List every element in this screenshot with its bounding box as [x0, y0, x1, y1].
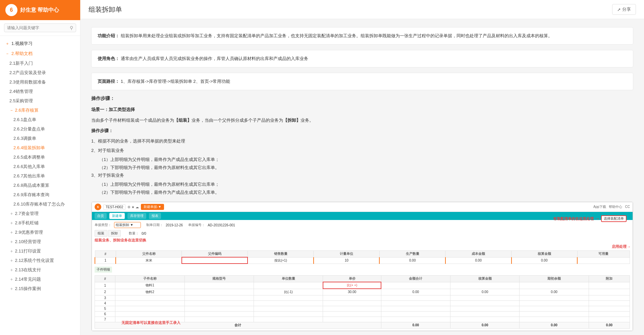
sidebar-item-2-6-6[interactable]: 2.6.6其他入库单: [0, 162, 80, 171]
screenshot-tab-home[interactable]: 自贡: [95, 213, 107, 219]
scenario-desc-text: 当由多个子件材料组装成一个成品的业务为【组装】业务，当由一个父件拆分成多个子产品…: [91, 118, 314, 123]
table-row: 4: [95, 300, 630, 306]
sidebar-item-2-5[interactable]: 2.5采购管理: [0, 96, 80, 106]
screenshot-sub-table-header: # 子件名称 规格型号 单位数量 单价 金额合计 核算金额 期初余额 附加: [95, 276, 630, 282]
table-row: 6: [95, 311, 630, 317]
sidebar-item-2-8[interactable]: ＋ 2.8手机旺铺: [0, 218, 80, 228]
annotation-3-container: 启用处理 ↑: [95, 244, 630, 249]
screenshot-filter-btn[interactable]: 选择装配清单: [601, 215, 627, 222]
sidebar-item-2-6-2[interactable]: 2.6.2分量盘点单: [0, 124, 80, 134]
col-parent-code: 父件编码: [182, 251, 248, 258]
sidebar-item-2-9[interactable]: ＋ 2.9优惠券管理: [0, 228, 80, 237]
col-no: #: [95, 251, 116, 258]
step1: 1、根据不同的业务，选择不同单据的类型来处理: [91, 137, 633, 145]
sidebar-item-2-6-4[interactable]: 2.6.4组装拆卸单: [0, 143, 80, 153]
path-label: 页面路径：: [98, 79, 119, 84]
sidebar-item-2-10[interactable]: ＋ 2.10经营管理: [0, 237, 80, 246]
screenshot-date-label: 制单日期：: [146, 223, 163, 227]
search-input[interactable]: [7, 25, 70, 30]
sidebar-item-2-4[interactable]: 2.4销售管理: [0, 87, 80, 96]
screenshot-tab-stock[interactable]: 库存管理: [127, 213, 146, 219]
sidebar-item-2-6[interactable]: － 2.6库存核算: [0, 106, 80, 115]
sidebar-item-2-14[interactable]: ＋ 2.14常见问题: [0, 275, 80, 284]
screenshot-topbar: 6 TEST-H002 ⚙ ★ ☁ 新建单据-▼ App下载 帮助中心 CC: [92, 202, 633, 212]
share-button[interactable]: ➚ 分享: [612, 4, 636, 15]
screenshot-type-switch-row: 组装 拆卸 数量： 0/0 组装业务、拆卸业务在这里切换: [95, 230, 630, 237]
sidebar-item-2-6-5[interactable]: 2.6.5成本调整单: [0, 153, 80, 162]
screenshot-main-table-header: # 父件名称 父件编码 销售数量 计量单位 生产数量 成本金额 核算金额 可用量: [95, 251, 630, 258]
screenshot-type-tabs: 组装 拆卸: [95, 230, 121, 237]
main-area: 组装拆卸单 ➚ 分享 功能介绍： 组装拆卸单用来处理企业组装或拆卸等加工业务，支…: [80, 0, 644, 335]
step3-1: （1）上部明细为父件明细，最终作为原材料生成其它出库单；: [91, 180, 633, 188]
feature-intro-text: 组装拆卸单用来处理企业组装或拆卸等加工业务，支持有固定装配清单的产品加工业务，也…: [121, 33, 552, 38]
sidebar-item-2-6-3[interactable]: 2.6.3调拨单: [0, 134, 80, 143]
annotation-2: 组装业务、拆卸业务在这里切换: [95, 238, 146, 243]
table-row: 2 物料2 比(-1) 30.00 0.00 0.00 0.00: [95, 289, 630, 295]
col-cost: 成本金额: [445, 251, 512, 258]
screenshot-logo: 6: [95, 204, 101, 210]
step2-1: （1）上部明细为父件明细，最终作为产成品生成其它入库单；: [91, 156, 633, 163]
screenshot-tab-report[interactable]: 报表: [149, 213, 161, 219]
sidebar-item-2-7[interactable]: ＋ 2.7资金管理: [0, 209, 80, 218]
sub-table-label: 子件明细: [95, 267, 112, 273]
sidebar-item-2-2[interactable]: 2.2产品安装及登录: [0, 68, 80, 77]
screenshot-type-select[interactable]: 组装拆卸 ▼: [114, 222, 141, 228]
sidebar-item-2-11[interactable]: ＋ 2.11打印设置: [0, 246, 80, 256]
scenario-title: 场景一：加工类型选择: [91, 106, 633, 113]
ops-steps-title: 操作步骤：: [91, 127, 633, 134]
screenshot-tab-disassemble[interactable]: 拆卸: [108, 230, 121, 237]
spacer: [95, 239, 630, 244]
sidebar-item-2-15[interactable]: ＋ 2.15操作案例: [0, 284, 80, 293]
scenario-desc: 当由多个子件材料组装成一个成品的业务为【组装】业务，当由一个父件拆分成多个子产品…: [91, 116, 633, 124]
keyword-assemble: 【组装】: [174, 118, 192, 123]
feature-intro-box: 功能介绍： 组装拆卸单用来处理企业组装或拆卸等加工业务，支持有固定装配清单的产品…: [91, 27, 633, 45]
step2: 2、对于组装业务: [91, 147, 633, 154]
search-icon[interactable]: ⚲: [70, 25, 73, 31]
role-text: 通常由生产人员或库管人员完成拆装业务的操作，库管人员确认原材料的出库和产成品的入…: [121, 56, 308, 61]
sidebar-item-2-13[interactable]: ＋ 2.13在线支付: [0, 265, 80, 275]
col-parent-name: 父件名称: [116, 251, 182, 258]
sidebar-logo: 6: [5, 4, 17, 16]
screenshot-tab-new[interactable]: 新建单: [109, 213, 125, 219]
sidebar-item-2-6-8[interactable]: 2.6.8商品成本重算: [0, 181, 80, 190]
path-text: 1、库存核算->库存管理->组装拆卸单 2、首页->常用功能: [121, 79, 230, 84]
step3-2: （2）下部明细为子件明细，最终作为产成品生成其它入库单。: [91, 188, 633, 196]
highlighted-cell: [182, 257, 248, 264]
steps-title: 操作步骤：: [91, 96, 633, 102]
fake-screenshot: 6 TEST-H002 ⚙ ★ ☁ 新建单据-▼ App下载 帮助中心 CC 自…: [92, 202, 633, 331]
sidebar-item-2-6-9[interactable]: 2.6.9库存账本查询: [0, 190, 80, 200]
screenshot-form-row1: 单据类型： 组装拆卸 ▼ 制单日期： 2019-12-26 单据编号： AD-2…: [95, 222, 630, 228]
table-row: 1 物料1 比(+ +): [95, 282, 630, 289]
sidebar-item-2-6-7[interactable]: 2.6.7其他出库单: [0, 171, 80, 181]
sidebar-item-2-12[interactable]: ＋ 2.12系统个性化设置: [0, 256, 80, 265]
col-sales-qty: 销售数量: [248, 251, 314, 258]
sidebar-search-area: ⚲: [0, 20, 80, 36]
screenshot-no-label: 单据编号：: [188, 223, 205, 227]
sub-table-area: 子件明细 无固定清单可以直接在这里手工录入 # 子件名称 规格型号 单位数量: [95, 267, 630, 329]
sidebar-item-2-6-10[interactable]: 2.6.10库存账本错了怎么办: [0, 200, 80, 209]
screenshot-new-btn[interactable]: 新建单据-▼: [141, 204, 164, 210]
sidebar-item-2-3[interactable]: 2.3使用前数据准备: [0, 77, 80, 87]
sidebar-item-2-1[interactable]: 2.1新手入门: [0, 59, 80, 68]
table-row: 3: [95, 295, 630, 300]
ops-steps-title-text: 操作步骤：: [91, 128, 113, 133]
screenshot-date-value: 2019-12-26: [166, 223, 183, 227]
role-box: 使用角色： 通常由生产人员或库管人员完成拆装业务的操作，库管人员确认原材料的出库…: [91, 50, 633, 67]
screenshot-tab-assemble[interactable]: 组装: [95, 230, 107, 237]
sidebar-item-2-6-1[interactable]: 2.6.1盘点单: [0, 115, 80, 124]
step2-2: （2）下部明细为子件明细，最终作为原材料生成其它出库单。: [91, 164, 633, 171]
annotation-1-container: 有装配清单的在这里处理 → 选择装配清单: [553, 215, 627, 222]
share-icon: ➚: [617, 7, 621, 12]
screenshot-no-value: AD-20191226-001: [208, 223, 235, 227]
sidebar: 6 好生意 帮助中心 ⚲ ＋ 1.视频学习 － 2.帮助文档 2.1新手入门 2…: [0, 0, 80, 335]
keyword-disassemble: 【拆卸】: [283, 118, 301, 123]
screenshot-container: 6 TEST-H002 ⚙ ★ ☁ 新建单据-▼ App下载 帮助中心 CC 自…: [91, 202, 633, 331]
screenshot-topbar-right: App下载 帮助中心 CC: [593, 205, 630, 209]
sidebar-item-2-docs[interactable]: － 2.帮助文档: [0, 49, 80, 59]
col-calc-cost: 核算金额: [512, 251, 578, 258]
sidebar-item-1-video[interactable]: ＋ 1.视频学习: [0, 39, 80, 49]
main-header: 组装拆卸单 ➚ 分享: [80, 0, 644, 19]
steps-area: 操作步骤： 场景一：加工类型选择 当由多个子件材料组装成一个成品的业务为【组装】…: [91, 96, 633, 196]
col-prod-qty: 生产数量: [379, 251, 445, 258]
screenshot-qty-value: 0/0: [142, 232, 146, 235]
